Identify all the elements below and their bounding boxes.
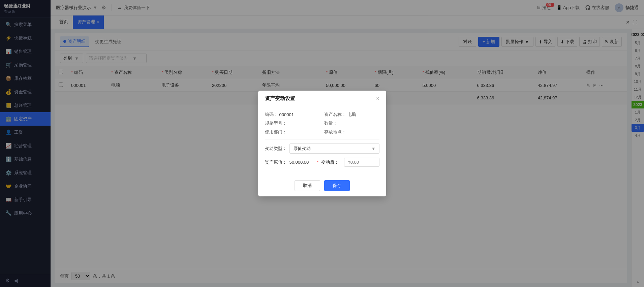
change-type-value: 原值变动 ▼ [289, 144, 379, 154]
original-value-row: 资产原值： 50,000.00 * 变动后： [265, 158, 379, 167]
modal-title: 资产变动设置 [265, 95, 295, 102]
modal-overlay: 资产变动设置 × 编码： 000001 资产名称： 电脑 规格型号： 数量： [0, 0, 644, 287]
modal-location-field: 存放地点： [324, 129, 379, 135]
asset-change-modal: 资产变动设置 × 编码： 000001 资产名称： 电脑 规格型号： 数量： [258, 91, 386, 196]
original-value-display: 50,000.00 [289, 160, 309, 165]
modal-divider [265, 139, 379, 139]
modal-dept-field: 使用部门： [265, 129, 320, 135]
required-star: * [317, 160, 318, 165]
change-type-text: 原值变动 [293, 146, 311, 152]
dept-label: 使用部门： [265, 129, 287, 135]
cancel-button[interactable]: 取消 [295, 180, 320, 191]
modal-spec-field: 规格型号： [265, 120, 320, 126]
modal-body: 编码： 000001 资产名称： 电脑 规格型号： 数量： 使用部门： [258, 106, 386, 176]
modal-close-button[interactable]: × [376, 96, 379, 102]
after-label: 变动后： [321, 159, 341, 165]
asset-name-value: 电脑 [347, 111, 356, 118]
modal-footer: 取消 保存 [258, 176, 386, 196]
after-value-input[interactable] [344, 158, 379, 167]
asset-name-label: 资产名称： [324, 111, 346, 118]
save-button[interactable]: 保存 [324, 180, 350, 191]
modal-header: 资产变动设置 × [258, 91, 386, 106]
code-value: 000001 [279, 112, 294, 117]
modal-info-grid: 编码： 000001 资产名称： 电脑 规格型号： 数量： 使用部门： [265, 111, 379, 135]
location-label: 存放地点： [324, 129, 346, 135]
original-value-label: 资产原值： [265, 159, 287, 165]
change-type-label: 变动类型： [265, 146, 287, 152]
code-label: 编码： [265, 111, 278, 118]
quantity-label: 数量： [324, 120, 337, 126]
change-type-row: 变动类型： 原值变动 ▼ [265, 144, 379, 154]
chevron-down-icon: ▼ [371, 146, 376, 151]
change-type-select[interactable]: 原值变动 ▼ [289, 144, 379, 154]
modal-code-field: 编码： 000001 [265, 111, 320, 118]
modal-quantity-field: 数量： [324, 120, 379, 126]
spec-label: 规格型号： [265, 120, 287, 126]
modal-name-field: 资产名称： 电脑 [324, 111, 379, 118]
